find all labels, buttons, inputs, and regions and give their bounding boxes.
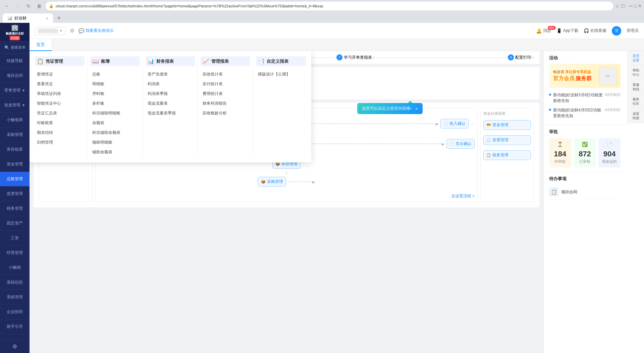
help-center-link[interactable]: 帮助中心 (628, 65, 644, 80)
menu-item-fytjb[interactable]: 费用统计表 (201, 89, 250, 99)
tooltip-close-icon[interactable]: × (415, 106, 418, 111)
menu-item-yeb[interactable]: 余额表 (90, 118, 140, 128)
customer-service-link[interactable]: 客服热线 (628, 80, 644, 94)
sidebar-item-xiangmu[interactable]: 项目合同 (0, 68, 30, 83)
set-flow-link[interactable]: 去设置流程 > (451, 193, 475, 199)
menu-item-lrbqb[interactable]: 利润表季报 (146, 89, 195, 99)
activity-slogan: 享社群专享权益 (565, 70, 591, 74)
dropdown-menu[interactable]: 📋 凭证管理 新增凭证 查看凭证 草稿凭证列表 智能凭证中心 凭证汇总表 对账检… (30, 51, 311, 162)
menu-item-gd[interactable]: 归档管理 (35, 138, 85, 147)
sidebar-item-zijin[interactable]: 资金管理 (0, 157, 30, 172)
menu-item-lrb[interactable]: 利润表 (146, 79, 195, 89)
menu-item-zz[interactable]: 总账 (90, 69, 140, 79)
menu-item-zn[interactable]: 智能凭证中心 (35, 99, 85, 108)
tax-mgmt-box[interactable]: 📋 税务管理 (483, 150, 531, 160)
menu-item-cg[interactable]: 草稿凭证列表 (35, 89, 85, 99)
news-dot-2 (549, 109, 551, 111)
menu-item-dlz[interactable]: 多栏账 (90, 99, 140, 108)
menu-item-xzzp[interactable]: 新增凭证 (35, 69, 85, 79)
tax-icon: 📋 (486, 153, 491, 157)
sidebar-item-guding[interactable]: 固定资产 (0, 216, 30, 231)
sidebar-item-fapiao[interactable]: 发票管理 (0, 187, 30, 201)
menu-item-hz[interactable]: 凭证汇总表 (35, 108, 85, 118)
menu-item-yszlzfx[interactable]: 应收账龄分析 (201, 108, 250, 118)
msg-button[interactable]: 🔔 消息 99+ (536, 28, 551, 34)
news-item-2[interactable]: 新功能|好业财4月03日功能更新抢先知 04月03日 (549, 106, 621, 120)
app-download-button[interactable]: 📱 App下载 (556, 28, 578, 34)
sidebar-item-zhangkuai[interactable]: 总账管理 (0, 172, 30, 187)
nav-back[interactable]: ← (3, 2, 11, 10)
sidebar-item-kuaijie[interactable]: 快捷导航 (0, 54, 30, 68)
settings-icon-topbar[interactable]: ⚙ (70, 28, 74, 34)
sidebar-gear-button[interactable]: ⚙ (0, 340, 30, 353)
menu-item-zczfzb[interactable]: 资产负债表 (146, 69, 195, 79)
sidebar-item-caigou[interactable]: 采购管理 (0, 128, 30, 142)
demo-button[interactable]: 💬 我要看实例演示 (78, 28, 114, 34)
nav-refresh[interactable]: ↻ (24, 2, 33, 10)
menu-item-cwlrbg[interactable]: 财务利润报告 (201, 99, 250, 108)
address-bar[interactable]: 🔒 cloud.chanjet.com/cc/u6d89qwnryel/57bf… (46, 2, 613, 10)
menu-item-mxz[interactable]: 明细账 (90, 79, 140, 89)
approval-card-pending[interactable]: ⏳ 184 待审核 (549, 138, 571, 167)
fund-mgmt-box[interactable]: 💳 资金管理 (483, 120, 531, 130)
activity-card-text: 畅捷通 享社群专享权益 官方会员 服务群 (553, 69, 596, 82)
menu-item-qmjz[interactable]: 期末结转 (35, 128, 85, 138)
todo-item-1[interactable]: 📋 项目合同 (549, 185, 621, 200)
menu-item-xjllb[interactable]: 现金流量表 (146, 99, 195, 108)
home-settings-link[interactable]: 首页设置 (628, 51, 644, 65)
sidebar-item-xiaochangdian[interactable]: 小畅电商 (0, 113, 30, 128)
desktop-shortcut-link[interactable]: 桌面快捷 (628, 109, 644, 123)
sidebar-item-kucun[interactable]: 库存核算 (0, 142, 30, 157)
menu-item-yftjb[interactable]: 应付统计表 (201, 79, 250, 89)
sidebar-item-xiaochangxiao[interactable]: 小畅销 (0, 260, 30, 275)
income-confirm-box[interactable]: 📄 收入确认 (440, 119, 469, 129)
activity-card[interactable]: 畅捷通 享社群专享权益 官方会员 服务群 QR (549, 64, 621, 88)
minimize-btn[interactable]: ─ (629, 3, 633, 9)
menu-item-xjllbqb[interactable]: 现金流量表季报 (146, 108, 195, 118)
sidebar-item-gongzi[interactable]: 工资 (0, 231, 30, 246)
service-community-link[interactable]: 服务社区 (628, 94, 644, 109)
menu-item-mbsj[interactable]: 模版设计【公测】 (256, 69, 306, 79)
nav-delete[interactable]: 🗑 (35, 2, 44, 10)
online-service-button[interactable]: 🎧 在线客服 (584, 28, 606, 34)
extension-icon[interactable]: ⬡ (621, 3, 625, 9)
menu-item-ystjb[interactable]: 应收统计表 (201, 69, 250, 79)
menu-item-dzjc[interactable]: 对账检查 (35, 118, 85, 128)
menu-item-ckzp[interactable]: 查看凭证 (35, 79, 85, 89)
company-select[interactable]: ▼ (35, 27, 66, 35)
menu-item-xsz[interactable]: 序时账 (90, 89, 140, 99)
tab-home[interactable]: 首页 (30, 39, 52, 51)
sidebar-item-lingshou[interactable]: 零售管理▼ (0, 83, 30, 98)
sidebar-item-xitong[interactable]: 系统管理 (0, 290, 30, 305)
progress-step-8[interactable]: 8 配置打印 • (508, 54, 534, 60)
purchase-box[interactable]: 📦 采购管理 (258, 177, 286, 187)
menu-item-kmfzmxz[interactable]: 科目辅助明细账 (90, 108, 140, 118)
news-item-1[interactable]: 新功能|好业财3月6日功能更新抢先知 03月06日 (549, 91, 621, 106)
active-tab[interactable]: 📊 好业财 × (3, 13, 53, 23)
nav-forward[interactable]: → (13, 2, 22, 10)
menu-column-cwbb: 📊 财务报表 资产负债表 利润表 利润表季报 现金流量表 现金流量表季报 (143, 56, 198, 157)
tab-close-icon[interactable]: × (46, 16, 48, 21)
new-tab-button[interactable]: + (54, 13, 64, 23)
sidebar-item-pifa[interactable]: 批发管理▼ (0, 98, 30, 113)
maximize-btn[interactable]: □ (634, 3, 637, 9)
menu-item-fzyeb[interactable]: 辅助余额表 (90, 147, 140, 157)
menu-item-fzmxz[interactable]: 辅助明细账 (90, 138, 140, 147)
approval-card-sent[interactable]: 📄 904 我发起的 (598, 138, 621, 167)
menu-item-kmfzyeb[interactable]: 科目辅助余额表 (90, 128, 140, 138)
bookmark-icon[interactable]: ☆ (615, 3, 620, 9)
todo-icon-wrap: 📋 (549, 187, 558, 197)
sidebar-item-jichu[interactable]: 基础信息 (0, 275, 30, 290)
progress-step-7[interactable]: 7 学习开单查报表 • (336, 54, 375, 60)
expense-confirm-box[interactable]: 📄 支出确认 (446, 139, 475, 149)
sidebar-item-shuiwu[interactable]: 税务管理 (0, 201, 30, 216)
approval-card-done[interactable]: ✅ 872 已审核 (574, 138, 596, 167)
sidebar-item-jingying[interactable]: 经营管理 (0, 246, 30, 260)
sidebar-item-qiye[interactable]: 企业协同 (0, 305, 30, 319)
invoice-mgmt-box[interactable]: 🧾 发票管理 (483, 135, 531, 145)
close-btn[interactable]: × (638, 3, 641, 9)
user-avatar[interactable]: 管 (612, 26, 621, 36)
activity-line1: 畅捷通 享社群专享权益 (553, 69, 596, 74)
sidebar-item-xinshou[interactable]: 新手引导 (0, 319, 30, 334)
sidebar-search[interactable]: 🔍 搜索菜单 (0, 42, 30, 54)
